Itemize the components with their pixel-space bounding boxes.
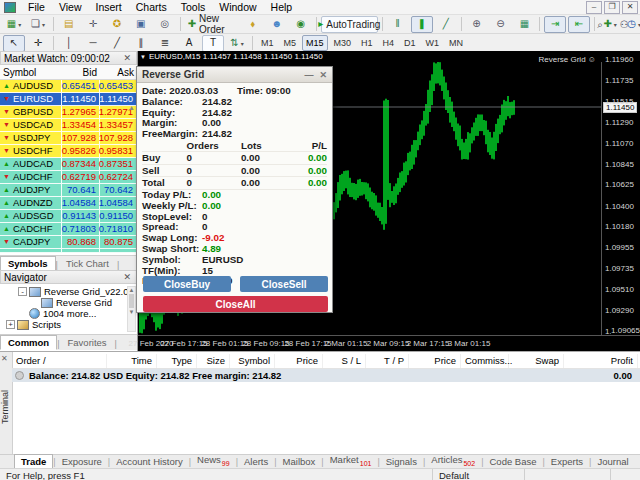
zoom-out-button[interactable]: ⊖ — [489, 16, 511, 33]
market-watch-row-audusd[interactable]: ▲AUDUSD0.654510.65453 — [0, 80, 137, 93]
time-axis[interactable]: 1.09065 27 Feb 202027 Feb 17:1528 Feb 01… — [138, 335, 640, 351]
timeframe-h4[interactable]: H4 — [379, 35, 399, 51]
expand-icon[interactable]: + — [6, 320, 15, 329]
horizontal-line-button[interactable]: ─ — [82, 35, 104, 52]
new-order-button[interactable]: ✚New Order — [185, 16, 240, 33]
chat-button[interactable]: ⚇ — [613, 16, 635, 33]
orders-column-type[interactable]: Type — [157, 354, 197, 368]
timeframe-h1[interactable]: H1 — [357, 35, 377, 51]
navigator-scrollbar[interactable]: ▲▼ — [127, 286, 136, 332]
terminal-tab-market[interactable]: Market101 — [324, 453, 378, 468]
market-watch-row-eurusd[interactable]: ▼EURUSD1.114501.11450 — [0, 93, 137, 106]
market-watch-row-usdcad[interactable]: ▼USDCAD1.334541.33457 — [0, 119, 137, 132]
candlestick-chart-button[interactable]: ❚ — [411, 16, 433, 33]
profiles-button[interactable]: ❏▾ — [27, 16, 49, 33]
chart-shift-button[interactable]: ⇤ — [568, 16, 590, 33]
terminal-tab-alerts[interactable]: Alerts — [238, 455, 274, 468]
orders-column-profit[interactable]: Profit — [564, 354, 638, 368]
menu-item-tools[interactable]: Tools — [174, 0, 213, 14]
bar-chart-button[interactable]: ‖ — [387, 16, 409, 33]
scroll-up-icon[interactable]: ▲ — [128, 104, 135, 111]
market-watch-row-audchf[interactable]: ▼AUDCHF0.627190.62724 — [0, 171, 137, 184]
terminal-tab-signals[interactable]: Signals — [380, 455, 423, 468]
collapse-icon[interactable]: - — [18, 287, 27, 296]
menu-item-help[interactable]: Help — [264, 0, 300, 14]
column-header-symbol[interactable]: Symbol — [0, 67, 62, 78]
timeframe-m5[interactable]: M5 — [280, 35, 301, 51]
menu-item-file[interactable]: File — [21, 0, 52, 14]
arrows-button[interactable]: ⇅▾ — [226, 35, 248, 52]
orders-column-swap[interactable]: Swap — [509, 354, 564, 368]
terminal-tab-exposure[interactable]: Exposure — [56, 455, 108, 468]
reverse-grid-dialog[interactable]: Reverse Grid — ✕ Date: 2020.03.03 Time: … — [136, 66, 333, 313]
close-all-button[interactable]: CloseAll — [143, 296, 328, 312]
navigator-item-1004-more[interactable]: 1004 more... — [0, 308, 137, 319]
close-sell-button[interactable]: CloseSell — [240, 276, 328, 292]
timeframe-m1[interactable]: M1 — [257, 35, 278, 51]
market-watch-tab-tick-chart[interactable]: Tick Chart — [58, 256, 117, 271]
market-watch-row-audnzd[interactable]: ▲AUDNZD1.045841.04584 — [0, 197, 137, 210]
timeframe-m15[interactable]: M15 — [302, 35, 328, 51]
status-profile[interactable]: Default — [433, 469, 525, 480]
orders-column-commiss[interactable]: Commiss... — [461, 354, 509, 368]
market-watch-row-usdchf[interactable]: ▼USDCHF0.958260.95831 — [0, 145, 137, 158]
line-chart-button[interactable]: ╱ — [435, 16, 457, 33]
cursor-button[interactable]: ↖ — [3, 35, 25, 52]
navigator-item-reverse-grid[interactable]: Reverse Grid — [0, 297, 137, 308]
label-button[interactable]: T — [202, 35, 224, 52]
orders-column-price[interactable]: Price — [275, 354, 323, 368]
market-watch-close-icon[interactable]: ✕ — [121, 53, 133, 63]
auto-scroll-button[interactable]: ⇥ — [544, 16, 566, 33]
orders-column-time[interactable]: Time — [107, 354, 157, 368]
dialog-title-bar[interactable]: Reverse Grid — ✕ — [137, 67, 332, 83]
close-buy-button[interactable]: CloseBuy — [143, 276, 231, 292]
mql5-community-button[interactable]: ☻ — [266, 16, 288, 33]
navigator-toggle[interactable]: ✪ — [106, 16, 128, 33]
zoom-in-button[interactable]: ⊕ — [465, 16, 487, 33]
navigator-close-icon[interactable]: ✕ — [121, 272, 133, 282]
menu-item-charts[interactable]: Charts — [129, 0, 174, 14]
data-window-toggle[interactable]: ✛ — [82, 16, 104, 33]
column-header-bid[interactable]: Bid — [62, 67, 100, 78]
navigator-item-reverse-grid-v22-0[interactable]: -Reverse Grid_v22.0 — [0, 286, 137, 297]
website-button[interactable]: ◉ — [290, 16, 312, 33]
strategy-tester-toggle[interactable]: ◎ — [154, 16, 176, 33]
terminal-tab-account-history[interactable]: Account History — [110, 455, 189, 468]
menu-item-view[interactable]: View — [52, 0, 89, 14]
terminal-tab-articles[interactable]: Articles502 — [425, 453, 481, 468]
terminal-tab-mailbox[interactable]: Mailbox — [277, 455, 322, 468]
dialog-minimize-icon[interactable]: — — [304, 70, 313, 80]
terminal-tab-news[interactable]: News99 — [191, 453, 236, 468]
autotrading-button[interactable]: ▸AutoTrading — [321, 16, 378, 33]
market-watch-row-usdjpy[interactable]: ▼USDJPY107.928107.928 — [0, 132, 137, 145]
navigator-item-scripts[interactable]: +Scripts — [0, 319, 137, 330]
market-watch-row-audsgd[interactable]: ▲AUDSGD0.911430.91150 — [0, 210, 137, 223]
market-watch-row-gbpusd[interactable]: ▼GBPUSD1.279651.27971 — [0, 106, 137, 119]
timeframe-d1[interactable]: D1 — [400, 35, 420, 51]
close-window-button[interactable]: ✕ — [622, 1, 638, 14]
menu-item-insert[interactable]: Insert — [89, 0, 129, 14]
navigator-tab-common[interactable]: Common — [0, 335, 57, 350]
terminal-toggle[interactable]: ▣ — [130, 16, 152, 33]
terminal-tab-code-base[interactable]: Code Base — [483, 455, 542, 468]
tile-windows-button[interactable]: ▦ — [513, 16, 535, 33]
navigator-tab-favorites[interactable]: Favorites — [60, 335, 115, 350]
one-click-trading-icon[interactable]: ▼ — [140, 54, 146, 60]
market-watch-row-cadjpy[interactable]: ▼CADJPY80.86880.875 — [0, 236, 137, 249]
market-watch-row-audcad[interactable]: ▲AUDCAD0.873440.87351 — [0, 158, 137, 171]
vertical-line-button[interactable]: │ — [58, 35, 80, 52]
channel-button[interactable]: ∥ — [130, 35, 152, 52]
restore-window-button[interactable]: ❐ — [604, 1, 620, 14]
column-header-ask[interactable]: Ask — [100, 67, 137, 78]
fibonacci-button[interactable]: ≣ — [154, 35, 176, 52]
timeframe-mn[interactable]: MN — [445, 35, 467, 51]
terminal-tab-journal[interactable]: Journal — [591, 455, 634, 468]
orders-column-order[interactable]: Order / — [12, 354, 107, 368]
trendline-button[interactable]: ╱ — [106, 35, 128, 52]
market-watch-row-audjpy[interactable]: ▲AUDJPY70.64170.642 — [0, 184, 137, 197]
crosshair-button[interactable]: ✛ — [27, 35, 49, 52]
dialog-close-icon[interactable]: ✕ — [319, 70, 327, 80]
market-watch-row-cadchf[interactable]: ▲CADCHF0.718030.71810 — [0, 223, 137, 236]
menu-item-window[interactable]: Window — [212, 0, 263, 14]
new-chart-button[interactable]: ▦▾ — [3, 16, 25, 33]
